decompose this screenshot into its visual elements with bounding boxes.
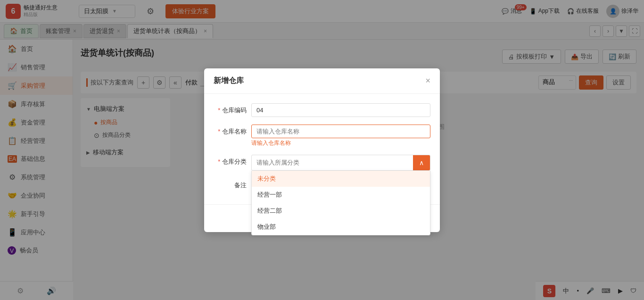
note-label: 备注	[214, 178, 251, 190]
category-field-row: 仓库分类 ∧ 未分类 经营一部 经营二部 物业部	[214, 155, 430, 171]
new-warehouse-dialog: 新增仓库 × 仓库编码 仓库名称 请输入仓库名称	[204, 68, 440, 232]
dialog-close-btn[interactable]: ×	[425, 76, 430, 86]
dropdown-item-dept3[interactable]: 物业部	[252, 219, 430, 235]
code-field-row: 仓库编码	[214, 103, 430, 117]
category-input-wrapper: ∧ 未分类 经营一部 经营二部 物业部	[251, 155, 430, 171]
code-label: 仓库编码	[214, 103, 251, 115]
dialog-title: 新增仓库	[214, 76, 244, 86]
category-label: 仓库分类	[214, 155, 251, 166]
name-input-wrapper: 请输入仓库名称	[251, 125, 430, 147]
category-input-row: ∧	[251, 155, 430, 171]
dialog-header: 新增仓库 ×	[204, 68, 440, 94]
name-label: 仓库名称	[214, 125, 251, 136]
code-input[interactable]	[251, 103, 430, 117]
dialog-overlay: 新增仓库 × 仓库编码 仓库名称 请输入仓库名称	[0, 0, 644, 300]
dropdown-item-dept1[interactable]: 经营一部	[252, 187, 430, 203]
name-error-text: 请输入仓库名称	[251, 139, 430, 147]
dropdown-item-dept2[interactable]: 经营二部	[252, 203, 430, 219]
name-field-row: 仓库名称 请输入仓库名称	[214, 125, 430, 147]
category-input[interactable]	[252, 156, 413, 169]
dialog-body: 仓库编码 仓库名称 请输入仓库名称 仓库分类	[204, 94, 440, 204]
name-input[interactable]	[251, 125, 430, 138]
category-dropdown-list: 未分类 经营一部 经营二部 物业部	[251, 171, 430, 235]
category-toggle-btn[interactable]: ∧	[413, 155, 430, 170]
code-input-wrapper	[251, 103, 430, 117]
dropdown-item-uncategorized[interactable]: 未分类	[252, 171, 430, 187]
